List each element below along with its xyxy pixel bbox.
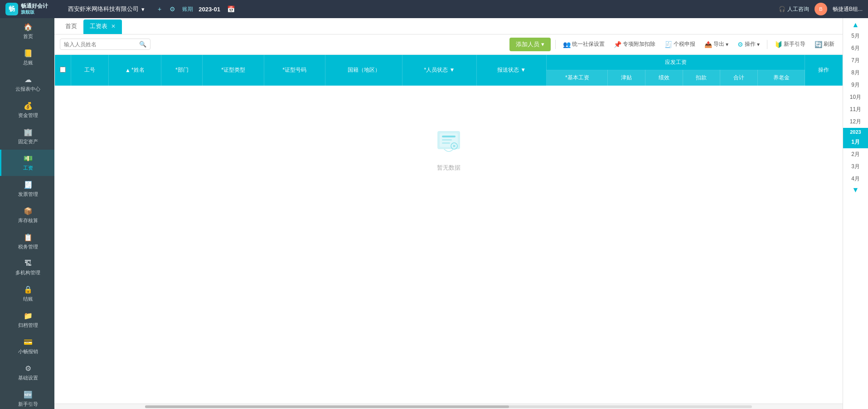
toolbar: 🔍 添加人员 ▾ 👥 统一社保设置 📌 专项附加扣除 🧾 个: [54, 34, 843, 54]
th-total: 合计: [720, 70, 758, 86]
logo-icon: 畅: [5, 3, 18, 15]
sidebar-label-archive: 归档管理: [18, 322, 38, 329]
th-checkbox[interactable]: [55, 55, 71, 86]
toolbar-right: 添加人员 ▾ 👥 统一社保设置 📌 专项附加扣除 🧾 个税申报 📤: [509, 38, 837, 51]
service-label: 人工咨询: [787, 5, 809, 13]
operations-dropdown-icon: ▾: [757, 41, 760, 48]
month-2022-9[interactable]: 9月: [843, 79, 868, 91]
tab-salary-table[interactable]: 工资表 ✕: [83, 19, 122, 34]
add-person-button[interactable]: 添加人员 ▾: [509, 38, 551, 51]
tab-close-icon[interactable]: ✕: [111, 23, 116, 29]
search-icon[interactable]: 🔍: [139, 41, 146, 48]
export-label: 导出: [713, 40, 724, 48]
month-2023-4[interactable]: 4月: [843, 173, 868, 185]
sort-asc-icon[interactable]: ▲: [125, 67, 131, 73]
refresh-action[interactable]: 🔄 刷新: [812, 39, 837, 50]
month-2022-7[interactable]: 7月: [843, 54, 868, 67]
search-input[interactable]: [64, 41, 136, 48]
sidebar-item-ledger[interactable]: 📒 总账: [0, 44, 54, 71]
th-employee-id: 工号: [71, 55, 109, 86]
sidebar-item-home[interactable]: 🏠 首页: [0, 18, 54, 44]
month-2022-8[interactable]: 8月: [843, 67, 868, 79]
main-layout: 🏠 首页 📒 总账 ☁ 云报表中心 💰 资金管理 🏢 固定资产 💵 工资 🧾 发…: [0, 18, 868, 409]
app-sub: 旗舰版: [21, 9, 48, 15]
sidebar-item-salary[interactable]: 💵 工资: [0, 150, 54, 176]
month-2023-2[interactable]: 2月: [843, 148, 868, 161]
header-icons: + ⚙ 账期 2023-01 📅: [156, 4, 236, 14]
th-operations: 操作: [805, 55, 843, 86]
svg-rect-3: [442, 139, 452, 141]
assets-icon: 🏢: [24, 128, 33, 136]
sidebar-item-close[interactable]: 🔒 结账: [0, 281, 54, 307]
sidebar-item-guide[interactable]: 🆕 新手引导: [0, 386, 54, 409]
period-value[interactable]: 2023-01: [199, 6, 220, 13]
calendar-icon[interactable]: 📅: [226, 4, 236, 14]
export-dropdown-icon: ▾: [726, 41, 728, 48]
svg-rect-4: [442, 142, 450, 144]
sidebar-item-expense[interactable]: 💳 小畅报销: [0, 333, 54, 360]
th-base-salary: *基本工资: [547, 70, 608, 86]
tab-home[interactable]: 首页: [59, 19, 83, 34]
social-insurance-action[interactable]: 👥 统一社保设置: [560, 39, 607, 50]
export-icon: 📤: [704, 41, 712, 48]
service-button[interactable]: 🎧 人工咨询: [779, 5, 809, 13]
th-id-number: *证型号码: [264, 55, 325, 86]
sidebar-label-home: 首页: [23, 33, 33, 40]
service-icon: 🎧: [779, 6, 786, 12]
tax-report-action[interactable]: 🧾 个税申报: [662, 39, 698, 50]
month-2022-11[interactable]: 11月: [843, 103, 868, 116]
month-2022-5[interactable]: 5月: [843, 30, 868, 42]
export-action[interactable]: 📤 导出 ▾: [702, 39, 731, 50]
deduction-icon: 📌: [614, 41, 621, 48]
user-avatar: B: [815, 3, 827, 15]
guide-action-label: 新手引导: [784, 40, 805, 48]
sidebar-item-settings[interactable]: ⚙ 基础设置: [0, 360, 54, 386]
sidebar-label-inventory: 库存核算: [18, 217, 38, 224]
social-insurance-icon: 👥: [563, 41, 571, 48]
sidebar-item-invoice[interactable]: 🧾 发票管理: [0, 176, 54, 202]
panel-nav-up[interactable]: ▲: [843, 20, 868, 30]
month-2022-6[interactable]: 6月: [843, 42, 868, 54]
sidebar-label-guide: 新手引导: [18, 401, 38, 408]
sidebar-item-assets[interactable]: 🏢 固定资产: [0, 123, 54, 150]
deduction-label: 专项附加扣除: [623, 40, 655, 48]
company-dropdown-icon[interactable]: ▾: [141, 6, 145, 13]
panel-nav-down[interactable]: ▼: [843, 185, 868, 195]
guide-action[interactable]: 🔰 新手引导: [772, 39, 808, 50]
svg-rect-2: [442, 136, 456, 137]
th-allowance: 津贴: [608, 70, 645, 86]
table-wrapper: 工号 ▲ *姓名 *部门 *证型类型: [54, 54, 843, 404]
month-2023-3[interactable]: 3月: [843, 161, 868, 173]
filter-report-icon[interactable]: ▼: [520, 67, 526, 73]
month-2023-1[interactable]: 1月: [843, 136, 868, 148]
scrollbar-track: [145, 405, 752, 408]
sidebar-item-inventory[interactable]: 📦 库存核算: [0, 202, 54, 229]
funds-icon: 💰: [24, 102, 33, 110]
content-area: 首页 工资表 ✕ 🔍 添加人员 ▾ 👥 统一社保设置: [54, 18, 843, 409]
sidebar-item-cloud[interactable]: ☁ 云报表中心: [0, 71, 54, 97]
tab-salary-label: 工资表: [90, 22, 107, 30]
sidebar-label-salary: 工资: [23, 165, 33, 171]
month-2022-10[interactable]: 10月: [843, 91, 868, 103]
th-salary-group: 应发工资: [547, 55, 805, 70]
settings-icon[interactable]: ⚙: [168, 4, 177, 14]
sidebar-label-invoice: 发票管理: [18, 191, 38, 198]
th-department: *部门: [161, 55, 203, 86]
tab-home-label: 首页: [65, 23, 77, 29]
sidebar-item-funds[interactable]: 💰 资金管理: [0, 97, 54, 123]
sidebar-item-tax[interactable]: 📋 税务管理: [0, 229, 54, 255]
sidebar-label-funds: 资金管理: [18, 112, 38, 119]
month-2022-12[interactable]: 12月: [843, 116, 868, 128]
app-name: 畅通好会计: [21, 3, 48, 9]
operations-action[interactable]: ⚙ 操作 ▾: [735, 39, 762, 50]
refresh-label: 刷新: [824, 40, 834, 48]
add-button[interactable]: +: [156, 4, 163, 14]
top-header: 畅 畅通好会计 旗舰版 西安虾米网络科技有限公司 ▾ + ⚙ 账期 2023-0…: [0, 0, 868, 18]
select-all-checkbox[interactable]: [60, 67, 66, 73]
sidebar-item-archive[interactable]: 📁 归档管理: [0, 307, 54, 333]
sidebar-item-multi[interactable]: 🏗 多机构管理: [0, 255, 54, 281]
deduction-action[interactable]: 📌 专项附加扣除: [611, 39, 658, 50]
company-selector[interactable]: 西安虾米网络科技有限公司 ▾: [64, 3, 148, 15]
bottom-scrollbar[interactable]: [54, 404, 843, 409]
filter-status-icon[interactable]: ▼: [450, 67, 455, 73]
